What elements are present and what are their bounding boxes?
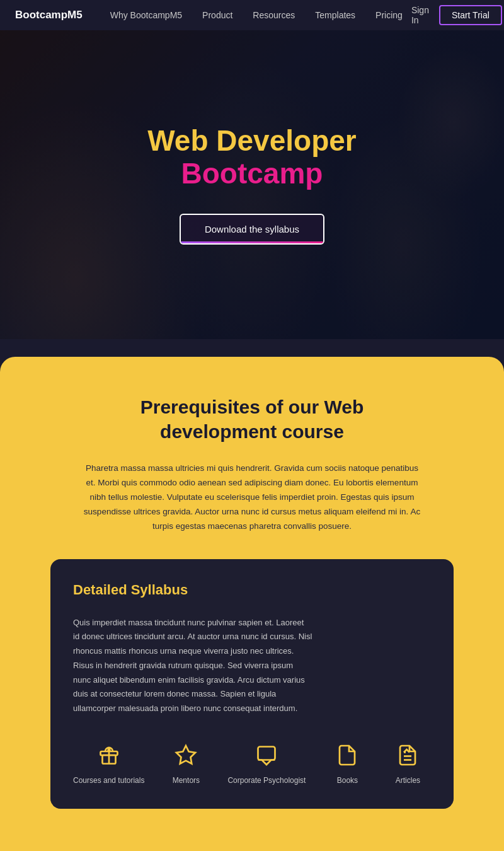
- icon-courses: Courses and tutorials: [73, 741, 144, 786]
- nav-links: Why BootcampM5 Product Resources Templat…: [101, 6, 411, 24]
- syllabus-card: Detailed Syllabus Quis imperdiet massa t…: [50, 559, 454, 809]
- icon-articles: Articles: [389, 741, 427, 786]
- star-icon: [172, 741, 200, 769]
- books-label: Books: [337, 775, 358, 786]
- hero-title-line1: Web Developer: [147, 125, 356, 157]
- prerequisites-title: Prerequisites of our Web development cou…: [50, 395, 454, 444]
- navigation: BootcampM5 Why BootcampM5 Product Resour…: [0, 0, 504, 30]
- nav-logo[interactable]: BootcampM5: [15, 9, 83, 21]
- nav-right: Sign In Start Trial: [411, 5, 502, 25]
- prerequisites-text: Pharetra massa massa ultricies mi quis h…: [82, 461, 422, 534]
- dark-strip: [0, 339, 504, 357]
- articles-label: Articles: [396, 775, 420, 786]
- nav-pricing[interactable]: Pricing: [367, 6, 411, 24]
- icon-psychologist: Corporate Psychologist: [227, 741, 306, 786]
- mentors-label: Mentors: [173, 775, 200, 786]
- hero-title-line2: Bootcamp: [147, 156, 356, 191]
- syllabus-title: Detailed Syllabus: [73, 582, 431, 598]
- hero-content: Web Developer Bootcamp Download the syll…: [135, 125, 369, 245]
- nav-product[interactable]: Product: [193, 6, 241, 24]
- file-icon: [333, 741, 361, 769]
- syllabus-body: Quis imperdiet massa tincidunt nunc pulv…: [73, 616, 312, 716]
- hero-section: Web Developer Bootcamp Download the syll…: [0, 30, 504, 339]
- psychologist-label: Corporate Psychologist: [227, 775, 306, 786]
- start-trial-button[interactable]: Start Trial: [439, 5, 502, 25]
- icon-books: Books: [328, 741, 366, 786]
- icon-mentors: Mentors: [167, 741, 205, 786]
- message-square-icon: [253, 741, 280, 769]
- syllabus-icons-row: Courses and tutorials Mentors: [73, 741, 431, 786]
- svg-rect-4: [258, 746, 275, 760]
- nav-resources[interactable]: Resources: [244, 6, 304, 24]
- edit-icon: [394, 741, 421, 769]
- prerequisites-section: Prerequisites of our Web development cou…: [0, 357, 504, 851]
- nav-templates[interactable]: Templates: [306, 6, 364, 24]
- svg-marker-3: [176, 746, 195, 764]
- sign-in-link[interactable]: Sign In: [411, 5, 429, 25]
- gift-icon: [95, 741, 123, 769]
- download-syllabus-button[interactable]: Download the syllabus: [180, 214, 324, 245]
- nav-why[interactable]: Why BootcampM5: [101, 6, 191, 24]
- courses-label: Courses and tutorials: [73, 775, 144, 786]
